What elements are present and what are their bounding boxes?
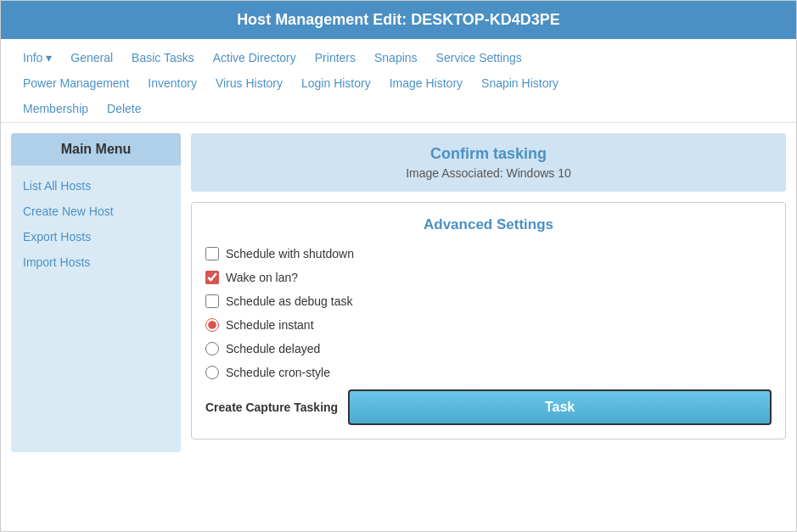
label-wake-on-lan[interactable]: Wake on lan? — [226, 271, 298, 284]
sidebar-title: Main Menu — [11, 133, 181, 165]
checkbox-wake-on-lan[interactable] — [205, 271, 219, 284]
checkbox-debug-task[interactable] — [205, 294, 219, 308]
label-schedule-instant[interactable]: Schedule instant — [226, 318, 314, 332]
confirm-tasking-subtitle: Image Associated: Windows 10 — [203, 166, 774, 180]
main-window: Host Management Edit: DESKTOP-KD4D3PE In… — [0, 0, 797, 532]
option-schedule-instant: Schedule instant — [205, 318, 772, 332]
option-schedule-shutdown: Schedule with shutdown — [205, 247, 772, 260]
label-debug-task[interactable]: Schedule as debug task — [226, 294, 352, 308]
nav-snapins[interactable]: Snapins — [366, 46, 426, 70]
sidebar-import-hosts[interactable]: Import Hosts — [23, 255, 169, 269]
advanced-settings-panel: Advanced Settings Schedule with shutdown… — [191, 202, 786, 440]
nav-basic-tasks[interactable]: Basic Tasks — [123, 46, 203, 70]
create-capture-row: Create Capture Tasking Task — [205, 389, 772, 425]
nav-row-2: Power Management Inventory Virus History… — [14, 71, 783, 97]
nav-image-history[interactable]: Image History — [381, 71, 471, 95]
sidebar: Main Menu List All Hosts Create New Host… — [11, 133, 181, 452]
option-schedule-cron: Schedule cron-style — [205, 366, 772, 379]
nav-delete[interactable]: Delete — [98, 97, 149, 120]
nav-inventory[interactable]: Inventory — [139, 71, 205, 95]
sidebar-links: List All Hosts Create New Host Export Ho… — [11, 165, 181, 283]
nav-row-3: Membership Delete — [14, 97, 783, 122]
sidebar-list-all-hosts[interactable]: List All Hosts — [23, 179, 169, 193]
label-schedule-shutdown[interactable]: Schedule with shutdown — [226, 247, 354, 260]
nav-membership[interactable]: Membership — [14, 97, 97, 120]
label-schedule-delayed[interactable]: Schedule delayed — [226, 342, 320, 356]
nav-active-directory[interactable]: Active Directory — [205, 46, 305, 70]
create-capture-label: Create Capture Tasking — [205, 400, 338, 414]
radio-schedule-cron[interactable] — [205, 366, 219, 379]
radio-schedule-instant[interactable] — [205, 318, 219, 332]
nav-snapin-history[interactable]: Snapin History — [473, 71, 567, 95]
nav-power-management[interactable]: Power Management — [14, 71, 138, 95]
nav-service-settings[interactable]: Service Settings — [428, 46, 530, 70]
nav-row-1: Info ▾ General Basic Tasks Active Direct… — [14, 46, 783, 71]
sidebar-export-hosts[interactable]: Export Hosts — [23, 230, 169, 244]
main-content: Confirm tasking Image Associated: Window… — [191, 133, 786, 452]
label-schedule-cron[interactable]: Schedule cron-style — [226, 366, 330, 379]
sidebar-create-new-host[interactable]: Create New Host — [23, 204, 169, 218]
content-area: Main Menu List All Hosts Create New Host… — [1, 123, 796, 462]
option-schedule-delayed: Schedule delayed — [205, 342, 772, 356]
radio-schedule-delayed[interactable] — [205, 342, 219, 356]
confirm-tasking-title: Confirm tasking — [203, 145, 774, 163]
task-button[interactable]: Task — [348, 389, 772, 425]
nav-general[interactable]: General — [62, 46, 121, 70]
checkbox-schedule-shutdown[interactable] — [205, 247, 219, 260]
nav-login-history[interactable]: Login History — [293, 71, 379, 95]
nav-area: Info ▾ General Basic Tasks Active Direct… — [1, 39, 796, 123]
confirm-tasking-panel: Confirm tasking Image Associated: Window… — [191, 133, 786, 192]
nav-printers[interactable]: Printers — [306, 46, 364, 70]
nav-virus-history[interactable]: Virus History — [207, 71, 291, 95]
option-debug-task: Schedule as debug task — [205, 294, 772, 308]
option-wake-on-lan: Wake on lan? — [205, 271, 772, 284]
title-bar: Host Management Edit: DESKTOP-KD4D3PE — [1, 1, 796, 39]
nav-info[interactable]: Info ▾ — [14, 46, 60, 70]
window-title: Host Management Edit: DESKTOP-KD4D3PE — [237, 11, 560, 28]
advanced-settings-title: Advanced Settings — [205, 216, 772, 233]
